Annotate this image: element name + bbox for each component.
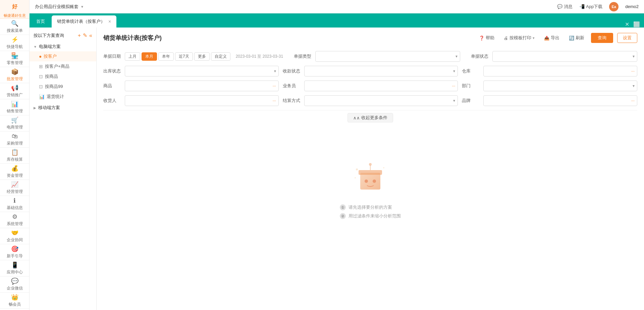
sidebar-item-app-center[interactable]: 📱 应用中心 xyxy=(0,260,29,276)
settings-button[interactable]: 设置 xyxy=(617,33,637,43)
app-download-label: App下载 xyxy=(586,4,602,10)
sidebar-item-enterprise-wechat[interactable]: 💬 企业微信 xyxy=(0,276,29,293)
sidebar-item-enterprise-collab[interactable]: 🤝 企业协同 xyxy=(0,228,29,244)
payment-status-input[interactable] xyxy=(304,66,458,76)
collapse-panel-icon[interactable]: « xyxy=(89,33,92,39)
sales-icon: 📊 xyxy=(11,100,18,108)
sidebar-item-label: 零售管理 xyxy=(7,60,23,66)
sidebar-item-marketing[interactable]: 📢 营销推广 xyxy=(0,83,29,99)
desktop-group-header[interactable]: ▼ 电脑端方案 xyxy=(30,42,96,51)
sidebar-item-purchase[interactable]: 🛍 采购管理 xyxy=(0,132,29,148)
refresh-button[interactable]: 🔄 刷新 xyxy=(566,34,587,42)
payment-method-input[interactable] xyxy=(304,95,458,106)
schema-item-customer-goods[interactable]: ⊞ 按客户+商品 xyxy=(30,61,96,71)
mobile-group-header[interactable]: ▶ 移动端方案 xyxy=(30,103,96,112)
dept-input[interactable] xyxy=(483,81,637,91)
filter-row-3: 商品 ··· 业务员 ··· 部门 xyxy=(103,81,637,91)
brand-input[interactable] xyxy=(483,95,637,106)
receiver-field: 收货人 ··· xyxy=(103,95,279,106)
app-logo: 好 畅捷通好生意 xyxy=(0,0,29,19)
order-type-input[interactable] xyxy=(315,51,460,62)
customer-goods-icon: ⊞ xyxy=(39,64,43,69)
message-button[interactable]: 💬 消息 xyxy=(557,4,573,10)
tab-close-icon[interactable]: × xyxy=(108,19,111,24)
date-label: 单据日期 xyxy=(103,53,122,59)
sidebar-item-label: 企业微信 xyxy=(7,286,23,291)
logo-text: 畅捷通好生意 xyxy=(4,13,26,18)
schema-item-goods[interactable]: ⊡ 按商品 xyxy=(30,71,96,82)
schema-item-return-stats[interactable]: 📊 退货统计 xyxy=(30,92,96,102)
staff-input[interactable] xyxy=(304,81,458,91)
main-area: 办公用品行业模拟账套 ▾ 💬 消息 📲 App下载 Ea demo2 首页 销货… xyxy=(30,0,644,310)
tab-sales-stats[interactable]: 销货单统计表（按客户） × xyxy=(52,15,116,28)
dept-label: 部门 xyxy=(462,83,481,89)
receiver-input[interactable] xyxy=(125,95,279,106)
close-window-icon[interactable]: ✕ xyxy=(625,21,629,28)
date-btn-this-month[interactable]: 本月 xyxy=(142,52,157,61)
svg-point-10 xyxy=(355,177,356,178)
edit-schema-icon[interactable]: ✎ xyxy=(83,32,87,39)
sidebar-item-search[interactable]: 🔍 搜索菜单 xyxy=(0,19,29,35)
empty-tip-1: ① 请先选择要分析的方案 xyxy=(340,203,401,212)
date-btn-custom[interactable]: 自定义 xyxy=(211,52,230,61)
warehouse-input[interactable] xyxy=(483,66,637,76)
customer-icon: ● xyxy=(39,54,42,59)
payment-status-field: 收款状态 ▾ xyxy=(283,66,458,76)
order-status-input[interactable] xyxy=(492,51,637,62)
mobile-schema-group: ▶ 移动端方案 xyxy=(30,103,96,112)
template-print-button[interactable]: 🖨 按模板打印 ▾ xyxy=(501,34,537,42)
date-btn-last-7-days[interactable]: 近7天 xyxy=(175,52,193,61)
page-title: 销货单统计表(按客户) xyxy=(103,34,162,42)
tab-bar: 首页 销货单统计表（按客户） × ✕ ⬜ xyxy=(30,13,644,28)
shipping-status-input[interactable] xyxy=(125,66,279,76)
help-button[interactable]: ❓ 帮助 xyxy=(476,34,497,42)
schema-item-label: 退货统计 xyxy=(47,94,64,100)
goods-field: 商品 ··· xyxy=(103,81,279,91)
sidebar-item-retail[interactable]: 🏪 零售管理 xyxy=(0,51,29,67)
svg-point-9 xyxy=(383,167,384,168)
system-icon: ⚙ xyxy=(12,213,17,220)
sidebar-item-basic-info[interactable]: ℹ 基础信息 xyxy=(0,196,29,212)
svg-point-5 xyxy=(373,179,376,183)
maximize-window-icon[interactable]: ⬜ xyxy=(633,21,640,28)
date-btn-last-month[interactable]: 上月 xyxy=(125,52,140,61)
sidebar-item-wholesale[interactable]: 📦 批发管理 xyxy=(0,67,29,83)
sidebar-item-member[interactable]: 👑 畅会员 xyxy=(0,293,29,309)
collapse-button[interactable]: ∧∧ 收起更多条件 xyxy=(347,113,393,122)
sidebar-item-ecommerce[interactable]: 🛒 电商管理 xyxy=(0,115,29,132)
add-schema-button[interactable]: + xyxy=(78,33,81,39)
sidebar-item-newbie[interactable]: 🎯 新手引导 xyxy=(0,244,29,260)
order-status-label: 单据状态 xyxy=(471,53,490,59)
sidebar-item-system[interactable]: ⚙ 系统管理 xyxy=(0,212,29,228)
tab-home[interactable]: 首页 xyxy=(31,15,50,28)
sidebar-item-finance[interactable]: 💰 资金管理 xyxy=(0,164,29,180)
sidebar-item-quick-nav[interactable]: ⚡ 快捷导航 xyxy=(0,35,29,51)
schema-item-customer[interactable]: ● 按客户 xyxy=(30,51,96,61)
sidebar-item-label: 快捷导航 xyxy=(7,44,23,50)
header-dropdown-icon[interactable]: ▾ xyxy=(81,4,83,9)
logo-image: 好 xyxy=(9,0,21,12)
date-btn-more[interactable]: 更多 xyxy=(194,52,210,61)
sidebar-item-operations[interactable]: 📈 经营管理 xyxy=(0,180,29,196)
sidebar-item-inventory[interactable]: 📋 库存核算 xyxy=(0,148,29,164)
operations-icon: 📈 xyxy=(11,181,18,188)
wechat-icon: 💬 xyxy=(11,277,18,285)
user-avatar[interactable]: Ea xyxy=(609,2,619,11)
query-button[interactable]: 查询 xyxy=(591,33,613,43)
schema-item-goods99[interactable]: ⊡ 按商品99 xyxy=(30,82,96,92)
message-label: 消息 xyxy=(564,4,573,10)
date-btn-this-year[interactable]: 本年 xyxy=(158,52,174,61)
export-button[interactable]: 📤 导出 xyxy=(541,34,562,42)
schema-item-label: 按商品 xyxy=(45,73,58,80)
purchase-icon: 🛍 xyxy=(12,133,18,140)
sidebar-item-label: 企业协同 xyxy=(7,237,23,243)
collab-icon: 🤝 xyxy=(11,229,18,237)
schema-item-label: 按客户+商品 xyxy=(45,63,69,69)
basic-info-icon: ℹ xyxy=(13,197,16,204)
svg-text:好: 好 xyxy=(12,4,18,9)
payment-method-label: 结算方式 xyxy=(283,98,302,104)
return-stats-icon: 📊 xyxy=(39,94,45,99)
goods-input[interactable] xyxy=(125,81,279,91)
sidebar-item-sales[interactable]: 📊 销售管理 xyxy=(0,99,29,115)
app-download-button[interactable]: 📲 App下载 xyxy=(579,4,602,10)
